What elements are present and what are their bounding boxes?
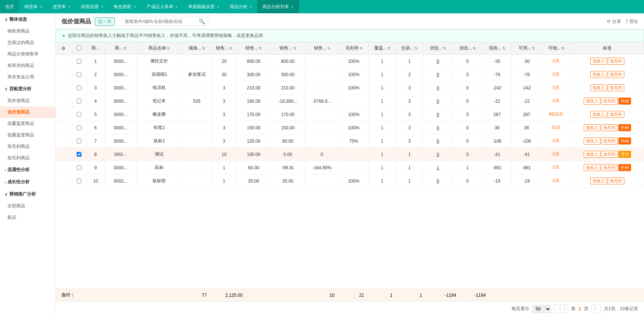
browse-link[interactable]: 0 xyxy=(437,85,439,91)
search-input[interactable] xyxy=(125,19,199,24)
sidebar-item-high-value[interactable]: 高价值商品 xyxy=(0,95,55,106)
close-icon[interactable]: × xyxy=(291,4,294,9)
sidebar-item-low-coverage[interactable]: 低覆盖度商品 xyxy=(0,129,55,141)
browse-link[interactable]: 0 xyxy=(437,179,439,184)
row-checkbox[interactable] xyxy=(77,179,81,183)
sidebar-group-circulation[interactable]: › 流通性分析 xyxy=(0,164,55,176)
row-spec xyxy=(182,81,212,95)
browse-link[interactable]: 0 xyxy=(437,152,439,157)
sidebar-group-marketing[interactable]: ∨ 营销推广分析 xyxy=(0,188,55,200)
close-icon[interactable]: × xyxy=(175,4,178,9)
row-check[interactable] xyxy=(72,161,86,174)
sidebar-group-growth[interactable]: › 成长性分析 xyxy=(0,176,55,188)
close-icon[interactable]: × xyxy=(134,4,136,9)
row-check[interactable] xyxy=(72,95,86,108)
browse-link[interactable]: 0 xyxy=(437,125,439,130)
row-check[interactable] xyxy=(72,55,86,68)
sidebar-item-high-margin[interactable]: 高毛利商品 xyxy=(0,141,55,152)
nav-sales-order[interactable]: 销货单 × xyxy=(19,0,47,13)
browse-link[interactable]: 0 xyxy=(437,59,439,64)
row-checkbox[interactable] xyxy=(77,139,81,143)
row-avail: 287 xyxy=(512,108,541,121)
row-spec xyxy=(182,135,212,148)
close-icon[interactable]: × xyxy=(101,4,103,9)
row-browse1[interactable]: 0 xyxy=(423,68,453,81)
row-checkbox[interactable] xyxy=(77,125,81,130)
close-icon[interactable]: × xyxy=(217,4,219,9)
row-browse1[interactable]: 0 xyxy=(423,95,453,108)
sidebar-item-high-coverage[interactable]: 高覆盖度商品 xyxy=(0,118,55,129)
row-checkbox[interactable] xyxy=(77,152,81,157)
sidebar-item-all-products[interactable]: 全部商品 xyxy=(0,200,55,212)
row-tags: 低收入低毛利热销 xyxy=(571,135,644,148)
row-num: 7 xyxy=(87,135,105,148)
sidebar-item-new-products[interactable]: 新品 xyxy=(0,212,55,223)
nav-role-auth[interactable]: 角色授权 × xyxy=(108,0,141,13)
sidebar-item-low-margin[interactable]: 低毛利商品 xyxy=(0,152,55,164)
browse-link[interactable]: 0 xyxy=(437,99,439,104)
search-icon[interactable]: 🔍 xyxy=(199,18,205,24)
row-check[interactable] xyxy=(72,68,86,81)
nav-home[interactable]: 首页 xyxy=(0,0,19,13)
row-browse1[interactable]: 0 xyxy=(423,55,453,68)
close-icon[interactable]: × xyxy=(40,4,42,9)
row-browse1[interactable]: 1 xyxy=(423,161,453,174)
row-browse1[interactable]: 0 xyxy=(423,174,453,188)
time-filter-badge[interactable]: 近一月 xyxy=(95,17,115,26)
sidebar-item-traded-products[interactable]: 交易过的商品 xyxy=(0,37,55,48)
nav-purchase-order[interactable]: 进货单 × xyxy=(47,0,76,13)
row-browse1[interactable]: 0 xyxy=(423,81,453,95)
browse-link[interactable]: 0 xyxy=(437,72,439,77)
row-browse2: 0 xyxy=(453,135,482,148)
data-table-container[interactable]: ⚙ 商... 商...⇅ 商品名称⇅ 规格...⇅ 销售...⇅ 销售...⇅ … xyxy=(56,42,644,289)
row-checkbox[interactable] xyxy=(77,72,81,77)
row-trade: 3 xyxy=(396,135,423,148)
next-page-button[interactable]: 〉 xyxy=(591,305,601,313)
sidebar-item-stocked-products[interactable]: 有库存的商品 xyxy=(0,60,55,71)
row-browse1[interactable]: 0 xyxy=(423,121,453,135)
row-check[interactable] xyxy=(72,108,86,121)
row-check[interactable] xyxy=(72,174,86,188)
close-icon[interactable]: × xyxy=(68,4,70,9)
row-stock: -22 xyxy=(482,95,512,108)
close-icon[interactable]: × xyxy=(250,4,252,9)
browse-link[interactable]: 1 xyxy=(437,165,439,170)
row-checkbox[interactable] xyxy=(77,99,81,103)
sidebar-item-sales-products[interactable]: 销售类商品 xyxy=(0,26,55,37)
sidebar-group-overall[interactable]: ∨ 整体信息 xyxy=(0,13,55,26)
nav-product-analysis[interactable]: 商品分析 × xyxy=(225,0,257,13)
row-browse1[interactable]: 0 xyxy=(423,135,453,148)
row-code: 0000... xyxy=(105,68,137,81)
nav-finished-goods[interactable]: 产成品入库单 × xyxy=(141,0,183,13)
nav-product-analysis-list[interactable]: 商品分析列表 × xyxy=(257,0,299,13)
row-check[interactable] xyxy=(72,81,86,95)
nav-template-settings[interactable]: 单据模板设置 × xyxy=(183,0,224,13)
col-header-name: 商品名称⇅ xyxy=(137,42,182,55)
row-browse1[interactable]: 0 xyxy=(423,108,453,121)
row-checkbox[interactable] xyxy=(77,165,81,170)
row-check[interactable] xyxy=(72,121,86,135)
row-checkbox[interactable] xyxy=(77,85,81,90)
browse-link[interactable]: 0 xyxy=(437,139,439,144)
row-check[interactable] xyxy=(72,148,86,161)
row-checkbox[interactable] xyxy=(77,59,81,64)
browse-link[interactable]: 0 xyxy=(437,112,439,117)
first-page-button[interactable]: 〈〈 xyxy=(554,305,568,313)
sidebar-item-category-sales-rate[interactable]: 商品分类销售率 xyxy=(0,48,55,60)
sidebar-item-inventory-capital[interactable]: 库存资金占用 xyxy=(0,71,55,83)
share-button[interactable]: ⟳ 分享 xyxy=(607,18,621,25)
row-avail: -41 xyxy=(512,148,541,161)
sidebar-item-low-value[interactable]: 低价值商品 xyxy=(0,106,55,118)
select-all-checkbox[interactable] xyxy=(77,45,81,50)
row-checkbox[interactable] xyxy=(77,112,81,117)
row-days: 0天 xyxy=(541,95,571,108)
row-browse1[interactable]: 0 xyxy=(423,148,453,161)
per-page-select[interactable]: 50 100 200 xyxy=(532,305,551,313)
sidebar-group-contribution[interactable]: ∨ 贡献度分析 xyxy=(0,83,55,95)
row-check[interactable] xyxy=(72,135,86,148)
main-content: 低价值商品 近一月 🔍 ⟳ 分享 ⤴ 导出 ✦ 这部分商品的销售收入大幅低于商品 xyxy=(56,13,644,316)
col-header-setting[interactable]: ⚙ xyxy=(56,42,72,55)
col-header-check[interactable] xyxy=(72,42,86,55)
export-button[interactable]: ⤴ 导出 xyxy=(625,18,638,25)
nav-permissions[interactable]: 权限设置 × xyxy=(76,0,108,13)
